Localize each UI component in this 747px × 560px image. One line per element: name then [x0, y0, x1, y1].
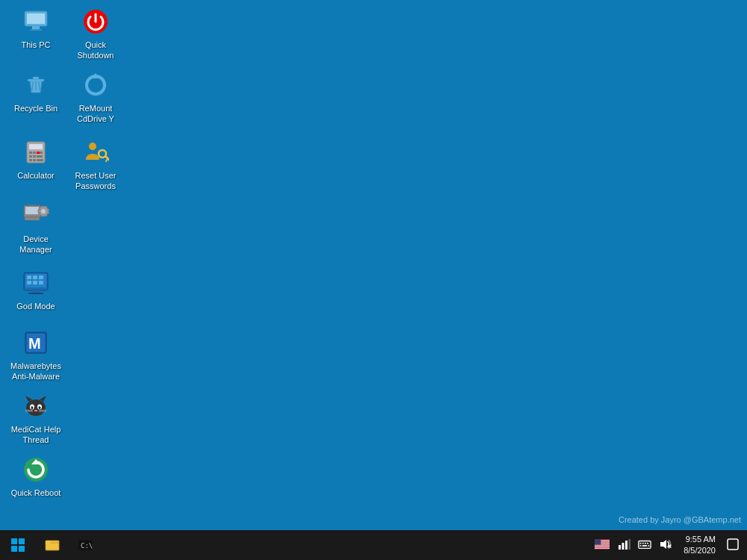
svg-rect-75: [46, 541, 51, 544]
svg-rect-17: [29, 155, 32, 158]
svg-rect-20: [40, 155, 43, 158]
svg-rect-90: [639, 541, 651, 548]
svg-rect-97: [648, 544, 650, 546]
svg-rect-87: [622, 543, 624, 550]
quick-shutdown-label: Quick Shutdown: [69, 40, 123, 61]
svg-text:M: M: [28, 335, 41, 352]
svg-rect-88: [625, 541, 627, 550]
network-icon[interactable]: [615, 538, 633, 553]
reset-passwords-icon[interactable]: Reset User Passwords: [66, 134, 125, 195]
svg-rect-83: [595, 546, 610, 547]
svg-rect-95: [640, 544, 642, 546]
god-mode-label: God Mode: [16, 301, 55, 311]
svg-rect-15: [37, 152, 40, 154]
svg-rect-50: [28, 293, 43, 294]
cmd-button[interactable]: C:\: [69, 530, 102, 560]
svg-rect-44: [33, 276, 37, 279]
svg-point-61: [34, 410, 37, 411]
svg-rect-72: [11, 546, 17, 552]
network-icon-svg: [617, 538, 630, 551]
svg-marker-98: [660, 540, 666, 549]
svg-point-32: [41, 209, 46, 214]
svg-rect-30: [25, 217, 40, 220]
god-mode-icon[interactable]: God Mode: [6, 265, 66, 314]
svg-rect-36: [46, 215, 47, 217]
svg-rect-43: [27, 276, 31, 279]
malwarebytes-icon-img: M: [21, 328, 51, 358]
file-explorer-button[interactable]: [36, 530, 69, 560]
svg-rect-23: [37, 159, 43, 161]
calculator-label: Calculator: [17, 170, 55, 181]
start-button[interactable]: [0, 530, 36, 560]
calculator-icon[interactable]: Calculator: [6, 134, 66, 184]
svg-rect-33: [41, 206, 43, 208]
svg-rect-96: [642, 544, 647, 546]
quick-shutdown-icon-img: [81, 7, 111, 37]
remount-cddrive-label: ReMount CdDrive Y: [69, 103, 123, 125]
svg-rect-46: [27, 281, 31, 284]
svg-point-54: [26, 399, 46, 416]
desktop: This PC Quick Shutdown Recycle Bin: [0, 0, 747, 530]
keyboard-icon-svg: [638, 538, 651, 551]
malwarebytes-label: Malwarebytes Anti-Malware: [9, 361, 63, 382]
svg-rect-6: [33, 77, 39, 79]
svg-point-67: [40, 405, 41, 407]
reset-passwords-icon-img: [81, 137, 111, 167]
malwarebytes-icon[interactable]: M Malwarebytes Anti-Malware: [6, 325, 66, 385]
svg-point-66: [32, 405, 34, 407]
action-center-icon[interactable]: [725, 538, 741, 553]
svg-rect-89: [629, 539, 631, 550]
cmd-icon: C:\: [78, 538, 93, 553]
svg-rect-16: [40, 152, 43, 154]
this-pc-icon-img: [21, 7, 51, 37]
remount-cddrive-icon-img: [81, 70, 111, 100]
taskbar: C:\: [0, 530, 747, 560]
calculator-icon-img: [21, 137, 51, 167]
windows-logo-icon: [11, 538, 25, 552]
svg-rect-94: [647, 542, 648, 544]
svg-line-27: [106, 159, 108, 161]
system-clock[interactable]: 9:55 AM 8/5/2020: [678, 534, 722, 557]
language-icon[interactable]: [592, 539, 612, 552]
recycle-bin-label: Recycle Bin: [14, 103, 58, 113]
svg-rect-49: [31, 290, 40, 293]
svg-rect-93: [645, 542, 646, 544]
svg-rect-45: [39, 276, 43, 279]
this-pc-icon[interactable]: This PC: [6, 4, 66, 53]
medicat-icon[interactable]: MediCat Help Thread: [6, 388, 66, 449]
device-manager-icon-img: [21, 201, 51, 231]
svg-rect-2: [32, 26, 40, 29]
remount-cddrive-icon[interactable]: ReMount CdDrive Y: [66, 67, 125, 128]
svg-rect-86: [619, 545, 621, 550]
clock-date: 8/5/2020: [684, 545, 716, 556]
recycle-bin-icon-img: [21, 70, 51, 100]
quick-shutdown-icon[interactable]: Quick Shutdown: [66, 4, 125, 64]
svg-rect-48: [39, 281, 43, 284]
svg-rect-14: [33, 152, 36, 154]
keyboard-icon[interactable]: [636, 538, 654, 553]
recycle-bin-icon[interactable]: Recycle Bin: [6, 67, 66, 116]
volume-icon[interactable]: [657, 538, 675, 553]
svg-rect-19: [37, 155, 40, 158]
svg-rect-73: [19, 546, 25, 552]
reset-passwords-label: Reset User Passwords: [69, 170, 123, 192]
volume-icon-svg: [659, 538, 672, 551]
svg-rect-91: [640, 542, 642, 544]
file-explorer-icon: [45, 538, 60, 553]
svg-rect-101: [728, 539, 738, 550]
svg-rect-47: [33, 281, 37, 284]
god-mode-icon-img: [21, 268, 51, 298]
svg-rect-37: [39, 209, 40, 211]
device-manager-icon[interactable]: Device Manager: [6, 198, 66, 258]
medicat-icon-img: [21, 391, 51, 421]
svg-point-24: [89, 143, 96, 150]
svg-rect-29: [25, 207, 39, 214]
device-manager-label: Device Manager: [9, 234, 63, 255]
clock-time: 9:55 AM: [684, 534, 716, 545]
svg-rect-92: [642, 542, 644, 544]
svg-rect-71: [19, 538, 25, 544]
svg-rect-84: [595, 547, 610, 548]
this-pc-label: This PC: [21, 40, 50, 50]
quick-reboot-icon[interactable]: Quick Reboot: [6, 452, 66, 501]
svg-rect-18: [33, 155, 36, 158]
